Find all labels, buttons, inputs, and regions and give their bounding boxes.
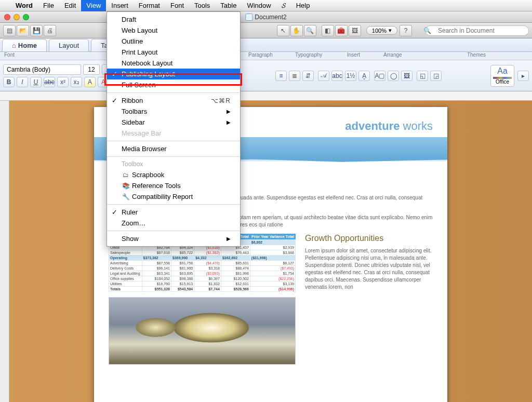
mi-full-screen[interactable]: Full Screen bbox=[107, 79, 240, 90]
check-icon: ✓ bbox=[112, 70, 117, 78]
ribbon-group-labels: Font Paragraph Typography Insert Arrange… bbox=[0, 52, 532, 60]
abc-case-button[interactable]: abc bbox=[331, 71, 343, 81]
mi-publishing-layout[interactable]: ✓Publishing Layout bbox=[107, 69, 240, 79]
save-button[interactable]: 💾 bbox=[30, 25, 43, 36]
help-button[interactable]: ? bbox=[400, 25, 412, 36]
insert-picture-button[interactable]: 🖼 bbox=[401, 71, 413, 81]
stylistic-set-button[interactable]: A̬ bbox=[358, 71, 370, 81]
selection-tool-button[interactable]: ↖ bbox=[277, 25, 289, 36]
sidebar-toggle-button[interactable]: ◧ bbox=[322, 25, 334, 36]
line-spacing-value[interactable]: 1½ bbox=[345, 71, 356, 81]
submenu-arrow-icon: ▶ bbox=[227, 119, 231, 125]
label-arrange: Arrange bbox=[379, 52, 421, 60]
menu-edit[interactable]: Edit bbox=[59, 0, 81, 11]
menu-format[interactable]: Format bbox=[134, 0, 165, 11]
insert-text-box-button[interactable]: A▢ bbox=[374, 71, 385, 81]
mi-notebook-layout[interactable]: Notebook Layout bbox=[107, 58, 240, 69]
themes-group: Aa Office ▸ bbox=[490, 65, 529, 87]
mi-scrapbook[interactable]: 🗂Scrapbook bbox=[107, 169, 240, 180]
horizontal-ruler[interactable] bbox=[0, 91, 532, 101]
wrench-icon: 🔧 bbox=[122, 193, 130, 200]
menu-separator bbox=[107, 141, 240, 141]
tab-home[interactable]: ⌂Home bbox=[2, 39, 47, 51]
new-doc-button[interactable]: ▤ bbox=[3, 25, 16, 36]
menu-script-icon[interactable]: 𝓢 bbox=[276, 0, 291, 11]
mi-reference-label: Reference Tools bbox=[132, 182, 181, 190]
arrange-front-button[interactable]: ◱ bbox=[417, 71, 428, 81]
workspace: adventure works ure adipiscing elit. Pel… bbox=[0, 101, 532, 402]
menu-table[interactable]: Table bbox=[215, 0, 242, 11]
label-insert: Insert bbox=[343, 52, 379, 60]
document-title: Document2 bbox=[245, 14, 286, 21]
mi-toolbars[interactable]: Toolbars▶ bbox=[107, 106, 240, 117]
line-spacing-button[interactable]: ⇵ bbox=[302, 71, 314, 81]
theme-office[interactable]: Aa Office bbox=[490, 65, 514, 87]
mi-ruler-label: Ruler bbox=[122, 208, 138, 216]
open-button[interactable]: 📂 bbox=[17, 25, 29, 36]
theme-aa-icon: Aa bbox=[497, 66, 508, 76]
mi-media-browser[interactable]: Media Browser bbox=[107, 143, 240, 154]
print-button[interactable]: 🖨 bbox=[44, 25, 56, 36]
mi-publishing-label: Publishing Layout bbox=[122, 70, 175, 78]
zoom-tool-button[interactable]: 🔍 bbox=[304, 25, 316, 36]
mi-draft[interactable]: Draft bbox=[107, 14, 240, 25]
mi-print-layout[interactable]: Print Layout bbox=[107, 47, 240, 58]
vertical-ruler[interactable] bbox=[0, 101, 9, 402]
mi-show[interactable]: Show▶ bbox=[107, 233, 240, 244]
mi-sidebar-label: Sidebar bbox=[122, 118, 145, 126]
insert-shape-button[interactable]: ◯ bbox=[388, 71, 399, 81]
align-left-button[interactable]: ≡ bbox=[275, 71, 287, 81]
menu-help[interactable]: Help bbox=[291, 0, 315, 11]
mi-reference-tools[interactable]: 📚Reference Tools bbox=[107, 180, 240, 191]
label-font: Font bbox=[0, 52, 104, 60]
strike-button[interactable]: abc bbox=[44, 77, 55, 87]
mi-zoom[interactable]: Zoom… bbox=[107, 218, 240, 229]
menu-window[interactable]: Window bbox=[242, 0, 276, 11]
hand-tool-button[interactable]: ✋ bbox=[290, 25, 303, 36]
italic-button[interactable]: I bbox=[17, 77, 28, 87]
typography-script-button[interactable]: 𝒜 bbox=[318, 71, 329, 81]
superscript-button[interactable]: x² bbox=[57, 77, 69, 87]
menu-separator bbox=[107, 204, 240, 205]
mi-toolbars-label: Toolbars bbox=[122, 108, 147, 115]
mi-web-layout[interactable]: Web Layout bbox=[107, 25, 240, 36]
document-canvas[interactable]: adventure works ure adipiscing elit. Pel… bbox=[9, 101, 532, 402]
media-browser-button[interactable]: 🖼 bbox=[349, 25, 361, 36]
menu-tools[interactable]: Tools bbox=[189, 0, 215, 11]
search-input[interactable] bbox=[425, 25, 529, 36]
mi-ribbon[interactable]: ✓Ribbon⌥⌘R bbox=[107, 95, 240, 106]
arrange-back-button[interactable]: ◲ bbox=[430, 71, 442, 81]
highlight-button[interactable]: A bbox=[84, 77, 96, 87]
bold-button[interactable]: B bbox=[3, 77, 15, 87]
underline-button[interactable]: U bbox=[30, 77, 42, 87]
tab-layout[interactable]: Layout bbox=[49, 39, 89, 51]
menu-separator bbox=[107, 156, 240, 157]
mi-sidebar[interactable]: Sidebar▶ bbox=[107, 117, 240, 128]
subscript-button[interactable]: x₂ bbox=[71, 77, 82, 87]
zoom-selector[interactable]: 100%▾ bbox=[366, 26, 397, 35]
mi-ribbon-label: Ribbon bbox=[122, 97, 143, 104]
app-name[interactable]: Word bbox=[10, 0, 38, 11]
toolbox-button[interactable]: 🧰 bbox=[335, 25, 348, 36]
minimize-window-button[interactable] bbox=[14, 14, 20, 20]
table-row: Delivery Costs$96,141$81,900$3,318$88,47… bbox=[109, 266, 296, 271]
menu-file[interactable]: File bbox=[38, 0, 59, 11]
zoom-window-button[interactable] bbox=[23, 14, 29, 20]
books-icon: 📚 bbox=[122, 182, 130, 190]
window-titlebar: Document2 bbox=[0, 11, 532, 23]
menu-font[interactable]: Font bbox=[165, 0, 189, 11]
menu-insert[interactable]: Insert bbox=[106, 0, 134, 11]
mi-show-label: Show bbox=[122, 235, 139, 243]
menu-view[interactable]: View bbox=[81, 0, 106, 11]
font-name-field[interactable]: Cambria (Body) bbox=[3, 64, 81, 75]
close-window-button[interactable] bbox=[4, 14, 10, 20]
mi-compatibility-report[interactable]: 🔧Compatibility Report bbox=[107, 191, 240, 202]
menu-separator bbox=[107, 92, 240, 93]
align-center-button[interactable]: ≣ bbox=[289, 71, 300, 81]
font-size-field[interactable]: 12 bbox=[83, 64, 100, 75]
ribbon-tabs: ⌂Home Layout Tab bbox=[0, 38, 532, 52]
label-typography: Typography bbox=[291, 52, 343, 60]
themes-more-button[interactable]: ▸ bbox=[517, 71, 529, 81]
mi-ruler[interactable]: ✓Ruler bbox=[107, 207, 240, 218]
mi-outline[interactable]: Outline bbox=[107, 36, 240, 47]
